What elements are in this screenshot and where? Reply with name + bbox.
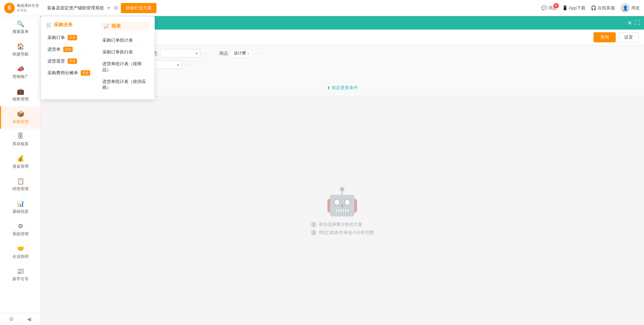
empty-tips: 1 请先选择要分析的方案 2 用[过滤]条件来缩小分析范围 [311, 221, 373, 236]
goods-group: 商品 设计费 × ··· [219, 49, 261, 57]
guide-icon: 📰 [17, 268, 24, 275]
sidebar-item-system[interactable]: ⚙ 系统管理 [0, 218, 40, 241]
empty-tip-1: 1 请先选择要分析的方案 [311, 221, 373, 228]
goods-tag-close-icon[interactable]: × [247, 51, 249, 55]
report-title-icon: 📈 [104, 24, 109, 29]
dropdown-item-goods-receipt[interactable]: 进货单 历史 [46, 44, 94, 55]
online-service-action[interactable]: 🎧 在线客服 [591, 5, 615, 11]
window-maximize-icon[interactable]: ⛶ [635, 20, 640, 26]
history-badge-purchase-expense: 历史 [81, 70, 90, 76]
headset-icon: 🎧 [591, 5, 596, 10]
message-icon: 💬 [541, 5, 547, 10]
sidebar-item-search[interactable]: 🔍 搜索菜单 [0, 16, 40, 39]
dropdown-report-title: 📈 报表 [101, 22, 149, 31]
goods-tag: 设计费 × [231, 49, 252, 57]
doc-status-select[interactable] [160, 49, 201, 57]
sidebar-item-marketing-label: 营销推广 [12, 74, 29, 80]
topbar-middle: 装备及固定资产辅助管理系统 ▼ ⚙ 体验行业方案 [44, 3, 541, 13]
dropdown-item-purchase-expense[interactable]: 采购费用分摊单 历史 [46, 67, 94, 79]
sidebar-settings-icon[interactable]: ⚙ [9, 316, 14, 322]
logo-area: 6 畅捷通好生意 标准版 [4, 3, 44, 13]
goods-dots[interactable]: ··· [255, 51, 261, 56]
sidebar-item-quick-nav-label: 快捷导航 [12, 51, 29, 57]
sidebar-bottom: ⚙ ◀ [0, 313, 40, 325]
dropdown-item-purchase-order-exec[interactable]: 采购订单执行表 [101, 46, 149, 58]
report-title-text: 报表 [111, 23, 121, 29]
sidebar-item-sales-label: 销售管理 [12, 96, 29, 102]
purchase-order-stat-label: 采购订单统计表 [102, 37, 133, 43]
sidebar-item-sales[interactable]: 💼 销售管理 [0, 84, 40, 106]
settings-btn[interactable]: 设置 [618, 32, 639, 42]
tip2-num: 2 [311, 230, 317, 236]
finance-icon: 💰 [17, 155, 24, 162]
dropdown-item-goods-receipt-stat-supplier[interactable]: 进货单统计表（按供应商） [101, 76, 149, 94]
app-download-action[interactable]: 📱 App下载 [562, 5, 585, 11]
purchase-icon: 📦 [17, 110, 24, 118]
purchase-title-icon: 🛒 [46, 22, 52, 28]
empty-illustration: 🤖 [325, 186, 359, 217]
toolbar-right-btns: 查询 设置 [594, 32, 639, 42]
dropdown-item-goods-return[interactable]: 进货退货 历史 [46, 55, 94, 67]
goods-receipt-stat-goods-label: 进货单统计表（按商品） [102, 61, 148, 73]
enterprise-icon: 🤝 [17, 245, 24, 252]
goods-receipt-label: 进货单 [47, 46, 61, 52]
topbar-right: 💬 消息 9 📱 App下载 🎧 在线客服 👤 用友 [541, 3, 640, 13]
app-label: App下载 [569, 5, 585, 11]
industry-btn[interactable]: 体验行业方案 [121, 3, 156, 13]
purchase-dropdown: 🛒 采购业务 采购订单 历史 进货单 历史 进货退货 历史 采购费用分摊单 历史 [40, 16, 155, 99]
home-icon: 🏠 [17, 43, 24, 50]
sidebar-collapse-icon[interactable]: ◀ [27, 316, 31, 322]
sidebar-item-operations[interactable]: 📋 经营管理 [0, 173, 40, 196]
doc-status-dots[interactable]: ··· [203, 51, 209, 56]
history-badge-goods-return: 历史 [68, 58, 77, 64]
sidebar-item-quick-nav[interactable]: 🏠 快捷导航 [0, 39, 40, 61]
collapse-up-icon: ⬆ [327, 85, 330, 90]
sidebar-item-enterprise-label: 企业协同 [12, 254, 29, 259]
sidebar-item-basic-info-label: 基础信息 [12, 209, 29, 214]
search-icon: 🔍 [17, 20, 24, 28]
history-badge-purchase-order: 历史 [68, 35, 77, 40]
sidebar-item-guide[interactable]: 📰 新手引导 [0, 263, 40, 286]
sidebar-item-finance[interactable]: 💰 资金管理 [0, 151, 40, 173]
window-close-icon[interactable]: ✕ [628, 20, 632, 26]
sidebar-item-enterprise[interactable]: 🤝 企业协同 [0, 241, 40, 263]
goods-return-label: 进货退货 [47, 58, 65, 64]
sidebar-item-operations-label: 经营管理 [12, 186, 29, 192]
inventory-icon: 🗄 [17, 133, 24, 140]
empty-tip-2: 2 用[过滤]条件来缩小分析范围 [311, 230, 373, 236]
dropdown-columns: 🛒 采购业务 采购订单 历史 进货单 历史 进货退货 历史 采购费用分摊单 历史 [46, 22, 149, 94]
basic-info-icon: 📊 [17, 200, 24, 207]
dropdown-item-purchase-order[interactable]: 采购订单 历史 [46, 32, 94, 44]
megaphone-icon: 📣 [17, 65, 24, 73]
dropdown-col-report: 📈 报表 采购订单统计表 采购订单执行表 进货单统计表（按商品） 进货单统计表（… [101, 22, 149, 94]
messages-badge: 9 [553, 3, 559, 8]
sidebar-item-purchase[interactable]: 📦 采购管理 [0, 106, 40, 129]
title-arrow-icon[interactable]: ▼ [107, 6, 111, 10]
system-icon: ⚙ [18, 222, 23, 230]
dropdown-item-purchase-order-stat[interactable]: 采购订单统计表 [101, 35, 149, 46]
user-action[interactable]: 👤 用友 [620, 3, 640, 13]
history-badge-goods-receipt: 历史 [63, 47, 73, 52]
phone-icon: 📱 [562, 5, 568, 10]
messages-action[interactable]: 💬 消息 9 [541, 5, 557, 11]
purchase-expense-label: 采购费用分摊单 [47, 70, 78, 76]
dropdown-item-goods-receipt-stat-goods[interactable]: 进货单统计表（按商品） [101, 58, 149, 76]
logo-text-group: 畅捷通好生意 标准版 [17, 3, 39, 13]
sidebar-item-inventory[interactable]: 🗄 库存核算 [0, 129, 40, 151]
sidebar-item-basic-info[interactable]: 📊 基础信息 [0, 196, 40, 218]
sidebar-item-guide-label: 新手引导 [12, 276, 29, 282]
dropdown-purchase-title: 🛒 采购业务 [46, 22, 94, 28]
doc-status-select-wrapper [160, 49, 201, 57]
service-label: 在线客服 [598, 5, 615, 11]
sidebar-item-marketing[interactable]: 📣 营销推广 [0, 61, 40, 84]
sidebar-item-search-label: 搜索菜单 [12, 29, 29, 35]
query-btn[interactable]: 查询 [594, 32, 616, 42]
collapse-btn[interactable]: ⬆ 收起更多条件 [325, 83, 360, 93]
settings-gear-icon[interactable]: ⚙ [113, 5, 118, 11]
goods-label: 商品 [219, 50, 228, 56]
salesman-dots[interactable]: ··· [184, 62, 190, 67]
collapse-label: 收起更多条件 [332, 85, 358, 91]
logo-icon: 6 [4, 3, 15, 13]
goods-tag-text: 设计费 [234, 50, 246, 56]
tip1-num: 1 [311, 221, 317, 228]
